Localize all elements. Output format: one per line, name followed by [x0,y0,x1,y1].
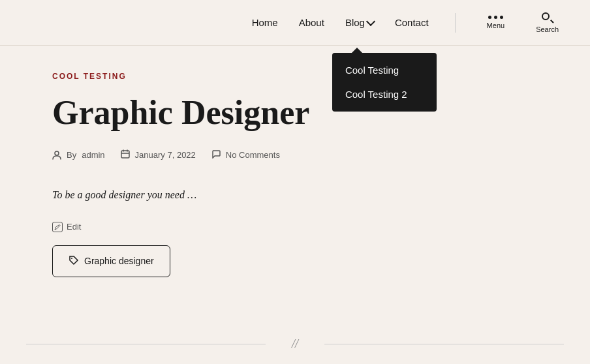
tag-label: Graphic designer [84,256,154,266]
post-author: By admin [52,150,105,160]
tags-box[interactable]: Graphic designer [52,245,170,277]
nav: Home About Blog Cool Testing Cool Testin… [252,12,564,33]
nav-contact[interactable]: Contact [395,17,429,28]
post-date: January 7, 2022 [121,149,196,160]
post-excerpt: To be a good designer you need … [52,187,405,204]
dropdown-item-cool-testing-2[interactable]: Cool Testing 2 [332,82,437,106]
header: Home About Blog Cool Testing Cool Testin… [0,0,590,46]
edit-label: Edit [67,222,81,232]
tag-icon [69,255,79,267]
date-value: January 7, 2022 [135,150,196,160]
calendar-icon [121,149,130,160]
footer-slash: // [292,337,298,351]
svg-rect-1 [121,151,129,158]
footer-line-left [26,344,266,344]
comment-icon [211,149,221,160]
nav-blog-container: Blog Cool Testing Cool Testing 2 [345,17,374,28]
dropdown-item-cool-testing[interactable]: Cool Testing [332,58,437,82]
menu-dots-icon [488,16,503,19]
footer-divider: // [0,324,590,364]
nav-home[interactable]: Home [252,17,278,28]
edit-icon [52,222,63,232]
dot-2 [494,16,497,19]
author-icon [52,151,61,160]
svg-point-0 [55,151,59,155]
nav-blog[interactable]: Blog [345,17,365,28]
search-button[interactable]: Search [531,12,564,33]
search-icon [542,12,553,24]
blog-dropdown: Cool Testing Cool Testing 2 [332,53,437,112]
author-prefix: By [67,150,76,160]
comments-value: No Comments [226,150,280,160]
svg-point-2 [71,258,72,259]
footer-line-right [324,344,564,344]
dot-3 [500,16,503,19]
menu-label: Menu [487,22,505,29]
author-name[interactable]: admin [82,150,104,160]
chevron-down-icon [366,17,375,26]
nav-divider [455,13,456,33]
search-label: Search [536,25,559,33]
post-comments: No Comments [211,149,280,160]
post-meta: By admin January 7, 2022 No Comments [52,149,405,160]
nav-about[interactable]: About [299,17,324,28]
dot-1 [488,16,491,19]
edit-link[interactable]: Edit [52,222,405,232]
menu-button[interactable]: Menu [482,16,510,29]
